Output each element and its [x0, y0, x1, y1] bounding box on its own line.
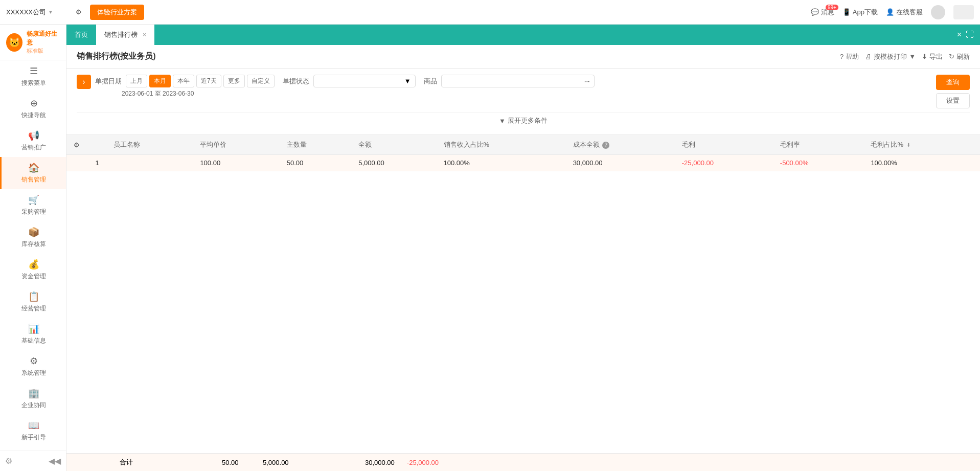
col-sales-pct-label: 销售收入占比% — [444, 141, 490, 148]
app-download-button[interactable]: 📱 App下载 — [842, 8, 878, 17]
row-quantity-value: 50.00 — [287, 159, 304, 167]
col-gross-label: 毛利 — [682, 141, 695, 148]
sidebar-item-finance[interactable]: 💰 资金管理 — [0, 254, 66, 286]
topbar-settings-button[interactable]: ⚙ — [72, 5, 86, 19]
print-icon: 🖨 — [865, 53, 872, 60]
help-button[interactable]: ? 帮助 — [840, 52, 859, 61]
sidebar-item-system[interactable]: ⚙ 系统管理 — [0, 350, 66, 383]
col-header-gross[interactable]: 毛利 — [676, 135, 774, 155]
gross-pct-sort-icon[interactable]: ⬇ — [906, 142, 910, 148]
expand-more-button[interactable]: ▼ 展开更多条件 — [499, 116, 548, 125]
template-print-button[interactable]: 🖨 按模板打印 ▼ — [865, 52, 916, 61]
row-gross-value: -25,000.00 — [682, 159, 714, 167]
message-badge: 99+ — [826, 5, 838, 10]
filter-settings-button[interactable]: 设置 — [936, 93, 970, 108]
row-settings-cell — [66, 155, 87, 171]
topbar-settings-icon: ⚙ — [76, 8, 82, 16]
tab-bar: 首页 销售排行榜 × × ⛶ — [66, 25, 980, 45]
date-filter-label: 单据日期 — [95, 77, 122, 86]
col-header-amount[interactable]: 全额 — [352, 135, 437, 155]
date-btn-last-month[interactable]: 上月 — [126, 75, 147, 87]
tab-end-icons: × ⛶ — [957, 30, 980, 39]
tab-sales-ranking-label: 销售排行榜 — [104, 30, 138, 39]
sidebar-label-system: 系统管理 — [21, 369, 46, 377]
status-select[interactable]: ▼ — [313, 75, 416, 87]
footer-cost: 30,000.00 — [359, 459, 401, 466]
date-btn-custom[interactable]: 自定义 — [247, 75, 275, 87]
page-header: 销售排行榜(按业务员) ? 帮助 🖨 按模板打印 ▼ ⬇ — [66, 45, 980, 69]
sidebar-settings-button[interactable]: ⚙ — [5, 456, 12, 466]
sidebar-item-purchase[interactable]: 🛒 采购管理 — [0, 189, 66, 221]
user-name-area[interactable] — [953, 5, 974, 19]
sidebar-item-sales[interactable]: 🏠 销售管理 — [0, 157, 66, 189]
tab-expand-icon[interactable]: ⛶ — [966, 30, 974, 39]
sidebar-item-shortcut[interactable]: ⊕ 快捷导航 — [0, 93, 66, 125]
date-btn-this-year[interactable]: 本年 — [173, 75, 194, 87]
footer-gross: -25,000.00 — [401, 459, 445, 466]
sidebar-label-inventory: 库存核算 — [21, 240, 46, 249]
date-btn-this-month[interactable]: 本月 — [149, 75, 171, 87]
sidebar-item-guide[interactable]: 📖 新手引导 — [0, 415, 66, 447]
logo-line1: 畅康通好生意 — [27, 30, 60, 47]
table-header-row: ⚙ 员工名称 平均单价 主数量 — [66, 135, 980, 155]
col-header-quantity[interactable]: 主数量 — [281, 135, 352, 155]
forward-button[interactable]: › — [77, 75, 91, 89]
content-area: 首页 销售排行榜 × × ⛶ 销售排行榜(按业务员) — [66, 25, 980, 471]
sidebar-bottom: ⚙ ◀◀ — [0, 451, 66, 471]
online-service-button[interactable]: 👤 在线客服 — [886, 8, 923, 17]
sidebar-item-marketing[interactable]: 📢 营销推广 — [0, 125, 66, 157]
user-avatar[interactable] — [931, 5, 945, 19]
row-avg-price-value: 100.00 — [200, 159, 220, 167]
experience-button[interactable]: 体验行业方案 — [90, 5, 144, 20]
goods-input[interactable]: ··· — [441, 75, 595, 87]
row-rank-cell: 1 — [87, 155, 107, 171]
search-order-icon: ☰ — [30, 65, 38, 77]
col-header-gross-rate[interactable]: 毛利率 — [774, 135, 865, 155]
table-row: 1 100.00 50.00 — [66, 155, 980, 171]
tab-sales-ranking[interactable]: 销售排行榜 × — [96, 25, 154, 45]
sidebar-item-apps[interactable]: 📱 应用中心 — [0, 447, 66, 451]
tab-close-all-icon[interactable]: × — [957, 30, 962, 39]
message-button[interactable]: 💬 消息 99+ — [811, 8, 834, 17]
sidebar-item-inventory[interactable]: 📦 库存核算 — [0, 221, 66, 254]
col-header-sales-pct[interactable]: 销售收入占比% — [438, 135, 567, 155]
sidebar-item-basic[interactable]: 📊 基础信息 — [0, 318, 66, 350]
col-header-gross-pct[interactable]: 毛利占比% ⬇ — [864, 135, 980, 155]
sidebar-item-search-order[interactable]: ☰ 搜索菜单 — [0, 60, 66, 93]
refresh-button[interactable]: ↻ 刷新 — [949, 52, 970, 61]
sidebar: 🐱 畅康通好生意 标准版 ☰ 搜索菜单 ⊕ 快捷导航 📢 营销 — [0, 25, 66, 471]
col-header-settings[interactable]: ⚙ — [66, 135, 87, 155]
col-header-avg-price[interactable]: 平均单价 — [194, 135, 280, 155]
tab-home[interactable]: 首页 — [66, 25, 96, 45]
sidebar-nav: ☰ 搜索菜单 ⊕ 快捷导航 📢 营销推广 🏠 销售管理 🛒 采购管理 — [0, 60, 66, 451]
marketing-icon: 📢 — [28, 130, 39, 141]
query-button[interactable]: 查询 — [936, 75, 970, 90]
table-section: ⚙ 员工名称 平均单价 主数量 — [66, 135, 980, 471]
tab-close-icon[interactable]: × — [143, 31, 146, 38]
app-download-label: App下载 — [853, 8, 878, 17]
col-header-cost[interactable]: 成本全额 ? — [567, 135, 676, 155]
sidebar-item-operation[interactable]: 📋 经营管理 — [0, 286, 66, 318]
row-gross-cell: -25,000.00 — [676, 155, 774, 171]
download-icon: 📱 — [842, 8, 851, 16]
col-employee-label: 员工名称 — [113, 141, 140, 148]
tab-home-label: 首页 — [75, 30, 88, 39]
sidebar-label-enterprise: 企业协同 — [21, 401, 46, 410]
sidebar-collapse-button[interactable]: ◀◀ — [49, 456, 61, 466]
row-cost-cell: 30,000.00 — [567, 155, 676, 171]
template-print-label: 按模板打印 — [874, 52, 907, 61]
purchase-icon: 🛒 — [28, 194, 39, 206]
guide-icon: 📖 — [28, 420, 39, 431]
col-header-employee[interactable]: 员工名称 — [107, 135, 194, 155]
sidebar-item-enterprise[interactable]: 🏢 企业协同 — [0, 383, 66, 415]
shortcut-icon: ⊕ — [30, 98, 38, 109]
company-selector[interactable]: XXXXXX公司 ▼ — [6, 8, 67, 17]
logo-text: 畅康通好生意 标准版 — [27, 30, 60, 55]
date-btn-7days[interactable]: 近7天 — [196, 75, 221, 87]
export-button[interactable]: ⬇ 导出 — [922, 52, 943, 61]
status-filter-label: 单据状态 — [283, 77, 309, 86]
date-btn-more[interactable]: 更多 — [223, 75, 245, 87]
top-bar-right: 💬 消息 99+ 📱 App下载 👤 在线客服 — [811, 5, 974, 19]
filter-status-item: 单据状态 ▼ — [283, 75, 416, 87]
cost-info-icon[interactable]: ? — [602, 142, 609, 149]
